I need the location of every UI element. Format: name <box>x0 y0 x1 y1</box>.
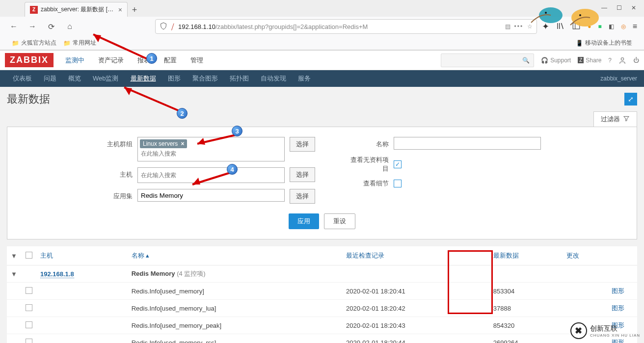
show-details-label: 查看细节 <box>345 179 389 188</box>
row-checkbox[interactable] <box>26 321 32 328</box>
url-text: 192.168.1.10/zabbix/latest.php?groupids[… <box>178 23 501 30</box>
col-lastcheck[interactable]: 最近检查记录 <box>342 246 489 265</box>
col-lastvalue[interactable]: 最新数据 <box>489 246 563 265</box>
tag-text: Linux servers <box>143 140 178 147</box>
home-button[interactable]: ⌂ <box>63 20 77 33</box>
fullscreen-button[interactable]: ⤢ <box>624 93 637 106</box>
appset-input[interactable] <box>137 189 285 202</box>
tab-title: zabbix_server: 最新数据 [每30 <box>41 5 115 14</box>
bookmark-folder-2[interactable]: 📁 常用网址 <box>63 39 96 47</box>
more-icon[interactable]: ••• <box>514 23 524 30</box>
subnav-server-label: zabbix_server <box>600 75 637 82</box>
host-group-row: ▼ 192.168.1.8 Redis Memory (4 监控项) <box>7 265 637 283</box>
expand-all[interactable]: ▼ <box>7 246 22 265</box>
bookmark-folder-1[interactable]: 📁 火狐官方站点 <box>12 39 56 47</box>
reader-icon[interactable]: ▤ <box>505 23 510 30</box>
share-link[interactable]: Z Share <box>578 57 601 64</box>
subnav-graphs[interactable]: 图形 <box>162 70 187 87</box>
hostgroup-field: 主机群组 Linux servers × 选择 <box>103 137 315 161</box>
svg-point-6 <box>621 57 623 60</box>
name-input[interactable] <box>394 137 541 150</box>
header-right: 🔍 🎧 Support Z Share ? ⏻ <box>441 53 639 67</box>
forward-button[interactable]: → <box>26 20 39 33</box>
menu-icon[interactable]: ≡ <box>633 22 637 31</box>
nav-monitoring[interactable]: 监测中 <box>63 51 86 70</box>
row-checkbox[interactable] <box>26 304 32 311</box>
subnav-maps[interactable]: 拓扑图 <box>224 70 255 87</box>
show-without-data-label: 查看无资料项目 <box>345 156 389 173</box>
global-search[interactable]: 🔍 <box>441 53 534 67</box>
subnav-dashboard[interactable]: 仪表板 <box>7 70 38 87</box>
col-name[interactable]: 名称 <box>128 246 342 265</box>
subnav-discovery[interactable]: 自动发现 <box>255 70 292 87</box>
mobile-icon: 📱 <box>576 40 583 47</box>
collapse-group[interactable]: ▼ <box>7 265 22 283</box>
row-checkbox[interactable] <box>26 287 32 294</box>
item-value: 37888 <box>489 300 563 317</box>
funnel-icon <box>623 115 630 124</box>
new-tab-button[interactable]: + <box>128 3 141 17</box>
nav-admin[interactable]: 管理 <box>188 51 205 70</box>
host-select-button[interactable]: 选择 <box>290 167 315 182</box>
help-icon[interactable]: ? <box>608 57 612 64</box>
browser-tab[interactable]: Z zabbix_server: 最新数据 [每30 × <box>25 2 128 17</box>
show-without-data-checkbox[interactable]: ✓ <box>394 160 402 168</box>
appset-select-button[interactable]: 选择 <box>290 189 315 204</box>
filter-buttons: 应用 重设 <box>17 213 627 229</box>
user-icon[interactable] <box>618 56 626 64</box>
table-row: Redis.Info[used_memory_lua]2020-02-01 18… <box>7 300 637 317</box>
watermark-icon: ✖ <box>570 322 587 339</box>
search-icon[interactable]: 🔍 <box>522 57 530 64</box>
folder-icon: 📁 <box>63 40 71 47</box>
subnav-services[interactable]: 服务 <box>292 70 317 87</box>
host-link[interactable]: 192.168.1.8 <box>40 270 74 278</box>
nav-config[interactable]: 配置 <box>162 51 179 70</box>
subnav-latest[interactable]: 最新数据 <box>125 70 162 87</box>
url-bar[interactable]: ⧸ 192.168.1.10/zabbix/latest.php?groupid… <box>155 19 537 34</box>
reset-button[interactable]: 重设 <box>324 213 355 229</box>
bookmark-label: 常用网址 <box>73 39 96 47</box>
subnav-overview[interactable]: 概览 <box>62 70 87 87</box>
hostgroup-select-button[interactable]: 选择 <box>290 137 315 152</box>
data-table: ▼ 主机 名称 最近检查记录 最新数据 更改 ▼ 192.168.1.8 Red… <box>7 246 637 343</box>
search-input[interactable] <box>445 57 522 64</box>
host-search-input[interactable] <box>140 170 282 181</box>
graph-link[interactable]: 图形 <box>612 304 624 312</box>
subnav-web[interactable]: Web监测 <box>87 70 125 87</box>
graph-link[interactable]: 图形 <box>612 339 624 343</box>
row-checkbox[interactable] <box>26 339 32 343</box>
subnav-screens[interactable]: 聚合图形 <box>187 70 224 87</box>
tag-remove-icon[interactable]: × <box>181 140 184 147</box>
back-button[interactable]: ← <box>7 20 21 33</box>
tab-bar: Z zabbix_server: 最新数据 [每30 × + <box>0 0 644 17</box>
zabbix-logo[interactable]: ZABBIX <box>5 53 54 67</box>
tab-close[interactable]: × <box>118 6 122 14</box>
hostgroup-label: 主机群组 <box>103 137 133 149</box>
mobile-bookmarks[interactable]: 📱 移动设备上的书签 <box>576 39 632 47</box>
support-link[interactable]: 🎧 Support <box>541 57 571 64</box>
show-details-checkbox[interactable]: ✓ <box>394 180 402 187</box>
select-all[interactable] <box>22 246 36 265</box>
name-label: 名称 <box>345 137 389 149</box>
item-name: Redis.Info[used_memory] <box>128 283 342 300</box>
nav-reports[interactable]: 报表 <box>135 51 152 70</box>
hostgroup-multiselect[interactable]: Linux servers × <box>137 137 285 161</box>
watermark-brand: 创新互联 <box>590 324 640 333</box>
item-name: Redis.Info[used_memory_lua] <box>128 300 342 317</box>
apply-button[interactable]: 应用 <box>289 213 319 229</box>
nav-inventory[interactable]: 资产记录 <box>96 51 126 70</box>
filter-panel: 主机群组 Linux servers × 选择 主机 选择 应用集 <box>7 127 637 239</box>
host-multiselect[interactable] <box>137 167 285 183</box>
col-change[interactable]: 更改 <box>563 246 608 265</box>
col-host[interactable]: 主机 <box>36 246 128 265</box>
reload-button[interactable]: ⟳ <box>44 20 58 33</box>
graph-link[interactable]: 图形 <box>612 287 624 294</box>
hostgroup-search-input[interactable] <box>140 148 282 159</box>
filter-label: 过滤器 <box>601 115 620 124</box>
bookmark-bar: 📁 火狐官方站点 📁 常用网址 📱 移动设备上的书签 <box>0 36 644 50</box>
hostgroup-tag: Linux servers × <box>140 139 187 148</box>
filter-toggle[interactable]: 过滤器 <box>593 111 637 127</box>
subnav-problems[interactable]: 问题 <box>38 70 62 87</box>
logout-icon[interactable]: ⏻ <box>633 57 639 64</box>
host-label: 主机 <box>103 167 133 179</box>
